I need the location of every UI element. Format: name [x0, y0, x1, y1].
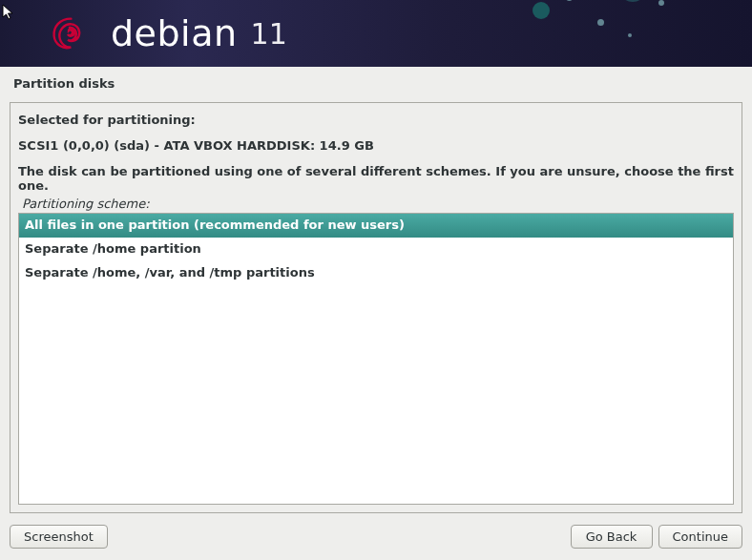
- partitioning-scheme-listbox[interactable]: All files in one partition (recommended …: [18, 213, 734, 505]
- disk-identifier: SCSI1 (0,0,0) (sda) - ATA VBOX HARDDISK:…: [18, 138, 734, 153]
- selected-for-partitioning-label: Selected for partitioning:: [18, 113, 734, 127]
- footer: Screenshot Go Back Continue: [0, 515, 752, 560]
- header-decor: [504, 0, 695, 67]
- scheme-description: The disk can be partitioned using one of…: [18, 164, 734, 193]
- scheme-option-separate-home-var-tmp[interactable]: Separate /home, /var, and /tmp partition…: [19, 261, 733, 285]
- screenshot-button[interactable]: Screenshot: [10, 525, 108, 549]
- footer-right: Go Back Continue: [571, 525, 742, 549]
- go-back-button[interactable]: Go Back: [571, 525, 653, 549]
- brand-name: debian: [111, 12, 238, 54]
- debian-swirl-icon: [46, 10, 92, 56]
- scheme-label: Partitioning scheme:: [22, 197, 734, 211]
- brand-version: 11: [251, 17, 287, 51]
- installer-header: debian 11: [0, 0, 752, 67]
- page-title: Partition disks: [0, 67, 752, 96]
- scheme-option-all-in-one[interactable]: All files in one partition (recommended …: [19, 214, 733, 238]
- main-panel: Selected for partitioning: SCSI1 (0,0,0)…: [10, 102, 742, 513]
- scheme-option-separate-home[interactable]: Separate /home partition: [19, 238, 733, 261]
- continue-button[interactable]: Continue: [658, 525, 742, 549]
